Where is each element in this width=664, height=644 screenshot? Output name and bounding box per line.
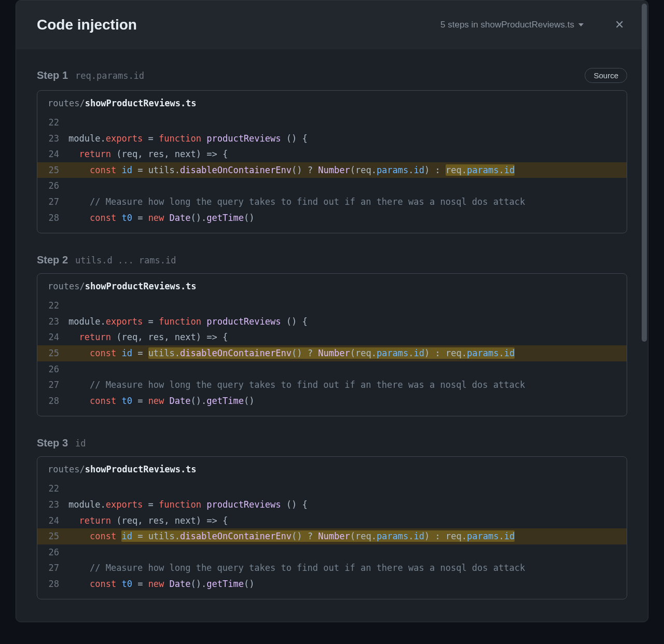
line-number: 28 xyxy=(37,210,68,226)
step-header: Step 1 req.params.id Source xyxy=(37,68,627,83)
code-content: module.exports = function productReviews… xyxy=(68,497,627,513)
code-file-path[interactable]: routes/showProductReviews.ts xyxy=(37,91,627,111)
step-header: Step 3 id xyxy=(37,437,627,449)
code-content: module.exports = function productReviews… xyxy=(68,314,627,330)
header-right: 5 steps in showProductReviews.ts ✕ xyxy=(440,16,627,34)
line-number: 27 xyxy=(37,377,68,393)
file-path-prefix: routes/ xyxy=(48,98,85,108)
file-name: showProductReviews.ts xyxy=(85,98,197,108)
line-number: 23 xyxy=(37,497,68,513)
panel-header: Code injection 5 steps in showProductRev… xyxy=(16,1,648,49)
line-number: 27 xyxy=(37,194,68,210)
code-line: 28 const t0 = new Date().getTime() xyxy=(37,210,627,226)
code-line: 26 xyxy=(37,361,627,377)
code-content: // Measure how long the query takes to f… xyxy=(68,560,627,576)
code-line: 25 const id = utils.disableOnContainerEn… xyxy=(37,345,627,361)
code-line: 22 xyxy=(37,298,627,314)
line-number: 24 xyxy=(37,329,68,345)
code-content: // Measure how long the query takes to f… xyxy=(68,194,627,210)
code-line: 26 xyxy=(37,178,627,194)
code-line: 22 xyxy=(37,115,627,131)
code-file-path[interactable]: routes/showProductReviews.ts xyxy=(37,274,627,295)
code-body: 22 23 module.exports = function productR… xyxy=(37,478,627,599)
code-content: const id = utils.disableOnContainerEnv()… xyxy=(68,162,627,178)
line-number: 28 xyxy=(37,393,68,409)
code-card: routes/showProductReviews.ts 22 23 modul… xyxy=(37,273,627,416)
code-content: const id = utils.disableOnContainerEnv()… xyxy=(68,528,627,544)
code-content: const t0 = new Date().getTime() xyxy=(68,576,627,592)
code-line: 23 module.exports = function productRevi… xyxy=(37,131,627,147)
code-body: 22 23 module.exports = function productR… xyxy=(37,295,627,416)
code-content: module.exports = function productReviews… xyxy=(68,131,627,147)
scrollbar-thumb[interactable] xyxy=(642,4,647,342)
line-number: 28 xyxy=(37,576,68,592)
line-number: 27 xyxy=(37,560,68,576)
code-line: 23 module.exports = function productRevi… xyxy=(37,314,627,330)
step-subtext: utils.d ... rams.id xyxy=(75,255,176,265)
code-content: return (req, res, next) => { xyxy=(68,329,627,345)
code-line: 27 // Measure how long the query takes t… xyxy=(37,194,627,210)
step-label: Step 1 xyxy=(37,69,68,81)
code-content: const t0 = new Date().getTime() xyxy=(68,393,627,409)
code-line: 24 return (req, res, next) => { xyxy=(37,329,627,345)
code-card: routes/showProductReviews.ts 22 23 modul… xyxy=(37,90,627,233)
code-content: const id = utils.disableOnContainerEnv()… xyxy=(68,345,627,361)
code-content: return (req, res, next) => { xyxy=(68,513,627,529)
source-button[interactable]: Source xyxy=(585,68,627,83)
scrollbar[interactable] xyxy=(642,4,647,619)
panel-body[interactable]: Step 1 req.params.id Source routes/showP… xyxy=(16,49,648,622)
line-number: 23 xyxy=(37,314,68,330)
code-line: 25 const id = utils.disableOnContainerEn… xyxy=(37,162,627,178)
code-file-path[interactable]: routes/showProductReviews.ts xyxy=(37,457,627,478)
panel-title: Code injection xyxy=(37,17,137,33)
code-line: 25 const id = utils.disableOnContainerEn… xyxy=(37,528,627,544)
code-line: 28 const t0 = new Date().getTime() xyxy=(37,576,627,592)
step-label: Step 2 xyxy=(37,254,68,266)
line-number: 25 xyxy=(37,528,68,544)
line-number: 22 xyxy=(37,481,68,497)
code-line: 28 const t0 = new Date().getTime() xyxy=(37,393,627,409)
step-label: Step 3 xyxy=(37,437,68,449)
step-block: Step 1 req.params.id Source routes/showP… xyxy=(37,68,627,233)
code-content: return (req, res, next) => { xyxy=(68,146,627,162)
code-body: 22 23 module.exports = function productR… xyxy=(37,111,627,233)
line-number: 24 xyxy=(37,513,68,529)
code-line: 22 xyxy=(37,481,627,497)
step-block: Step 3 id routes/showProductReviews.ts 2… xyxy=(37,437,627,599)
code-injection-panel: Code injection 5 steps in showProductRev… xyxy=(16,0,648,622)
file-path-prefix: routes/ xyxy=(48,464,85,474)
code-line: 23 module.exports = function productRevi… xyxy=(37,497,627,513)
code-content: const t0 = new Date().getTime() xyxy=(68,210,627,226)
file-name: showProductReviews.ts xyxy=(85,464,197,474)
close-icon[interactable]: ✕ xyxy=(612,16,627,34)
step-header: Step 2 utils.d ... rams.id xyxy=(37,254,627,266)
code-line: 27 // Measure how long the query takes t… xyxy=(37,560,627,576)
step-block: Step 2 utils.d ... rams.id routes/showPr… xyxy=(37,254,627,416)
line-number: 22 xyxy=(37,115,68,131)
line-number: 25 xyxy=(37,345,68,361)
line-number: 26 xyxy=(37,361,68,377)
line-number: 26 xyxy=(37,178,68,194)
code-line: 24 return (req, res, next) => { xyxy=(37,513,627,529)
code-line: 26 xyxy=(37,544,627,561)
step-subtext: req.params.id xyxy=(75,71,144,81)
line-number: 25 xyxy=(37,162,68,178)
code-content: // Measure how long the query takes to f… xyxy=(68,377,627,393)
line-number: 26 xyxy=(37,544,68,561)
file-name: showProductReviews.ts xyxy=(85,281,197,291)
line-number: 24 xyxy=(37,146,68,162)
code-line: 27 // Measure how long the query takes t… xyxy=(37,377,627,393)
line-number: 22 xyxy=(37,298,68,314)
step-subtext: id xyxy=(75,438,86,449)
chevron-down-icon xyxy=(578,23,584,26)
code-card: routes/showProductReviews.ts 22 23 modul… xyxy=(37,456,627,599)
code-line: 24 return (req, res, next) => { xyxy=(37,146,627,162)
file-path-prefix: routes/ xyxy=(48,281,85,291)
steps-dropdown-label: 5 steps in showProductReviews.ts xyxy=(440,20,574,30)
steps-dropdown[interactable]: 5 steps in showProductReviews.ts xyxy=(440,20,584,30)
line-number: 23 xyxy=(37,131,68,147)
